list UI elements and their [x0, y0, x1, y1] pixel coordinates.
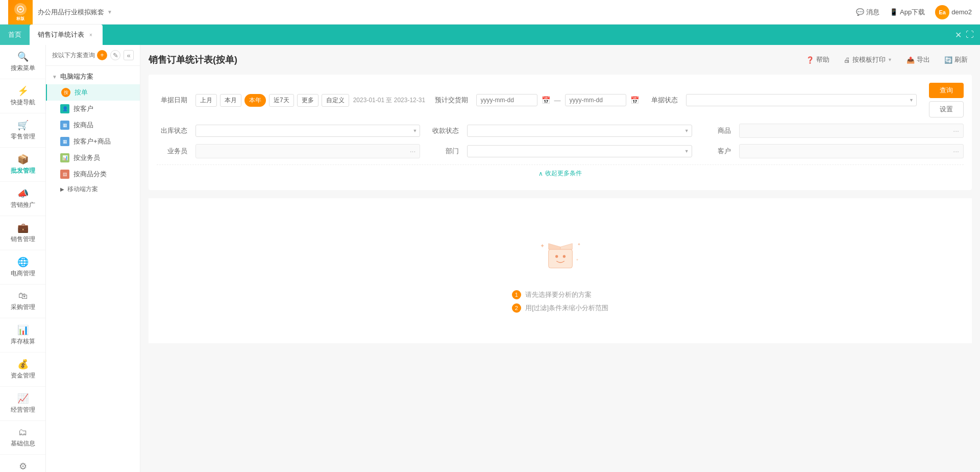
app-selector[interactable]: 办公用品行业模拟账套 ▼ [38, 8, 112, 17]
calendar-start-icon[interactable]: 📅 [542, 96, 550, 104]
tree-parent-pc[interactable]: ▼ 电脑端方案 [46, 69, 140, 84]
by-product-category-label: 按商品分类 [74, 170, 107, 179]
chevron-down-icon: ▼ [107, 9, 112, 15]
download-btn[interactable]: 📱 App下载 [890, 8, 925, 17]
help-icon: ❓ [806, 56, 814, 64]
svg-text:✦: ✦ [540, 243, 545, 249]
template-print-btn[interactable]: 🖨 按模板打印 ▼ [840, 53, 896, 66]
sidebar-item-search-menu[interactable]: 🔍 搜索菜单 [0, 45, 45, 79]
department-select[interactable] [467, 145, 692, 157]
collection-status-label: 收款状态 [428, 126, 459, 135]
by-product-category-icon: ▤ [60, 170, 69, 179]
logo-icon [14, 3, 27, 15]
customer-control: ··· [739, 144, 964, 158]
expected-date-end[interactable] [565, 94, 626, 106]
sidebar-label-retail: 零售管理 [2, 132, 43, 141]
sidebar-item-wholesale[interactable]: 📦 批发管理 [0, 148, 45, 182]
content-area: 按以下方案查询 + ✎ « ▼ 电脑端方案 按 按单 [46, 45, 980, 472]
salesperson-more-btn[interactable]: ··· [410, 147, 416, 155]
home-label: 首页 [8, 30, 21, 39]
customer-more-btn[interactable]: ··· [953, 147, 959, 155]
minimize-icon[interactable]: ✕ [955, 30, 962, 40]
user-menu[interactable]: Ea demo2 [935, 5, 972, 19]
sidebar-item-ecommerce[interactable]: 🌐 电商管理 [0, 250, 45, 285]
sidebar-item-retail[interactable]: 🛒 零售管理 [0, 113, 45, 148]
salesperson-field[interactable]: ··· [195, 144, 420, 158]
sidebar-item-operations[interactable]: 📈 经营管理 [0, 387, 45, 421]
tab-close-btn[interactable]: × [87, 31, 94, 38]
date-btn-last-month[interactable]: 上月 [195, 94, 217, 107]
retail-icon: 🛒 [2, 120, 43, 131]
query-button[interactable]: 查询 [929, 83, 964, 98]
add-scheme-btn[interactable]: + [97, 50, 107, 60]
reset-button[interactable]: 设置 [929, 101, 964, 117]
basic-icon: 🗂 [2, 427, 43, 438]
by-order-label: 按单 [75, 88, 88, 97]
tree-parent-mobile[interactable]: ▶ 移动端方案 [46, 182, 140, 196]
sidebar-item-purchase[interactable]: 🛍 采购管理 [0, 285, 45, 318]
help-btn[interactable]: ❓ 帮助 [802, 53, 834, 66]
tab-home[interactable]: 首页 [0, 25, 30, 45]
tree-item-by-order[interactable]: 按 按单 [46, 84, 140, 101]
product-field[interactable]: ··· [739, 124, 964, 138]
tree-arrow-mobile: ▶ [60, 186, 64, 192]
expected-date-start[interactable] [476, 94, 537, 106]
tab-sales-order-stat[interactable]: 销售订单统计表 × [30, 25, 103, 45]
date-btn-more[interactable]: 更多 [297, 94, 318, 107]
sidebar-label-finance: 资金管理 [2, 371, 43, 380]
sidebar-item-system[interactable]: ⚙ 系统管理 [0, 455, 45, 472]
export-btn[interactable]: 📤 导出 [902, 53, 934, 66]
department-control [467, 145, 692, 157]
filter-section: 单据日期 上月 本月 本年 近7天 更多 自定义 2023-01-01 至 20… [149, 75, 972, 190]
collection-status-select[interactable] [467, 125, 692, 137]
tree-item-by-salesperson[interactable]: 📊 按业务员 [46, 150, 140, 166]
refresh-label: 刷新 [954, 55, 968, 64]
date-btn-this-year[interactable]: 本年 [244, 94, 266, 107]
calendar-end-icon[interactable]: 📅 [630, 96, 639, 104]
maximize-icon[interactable]: ⛶ [966, 30, 974, 39]
message-icon: 💬 [856, 8, 864, 16]
tree-parent-pc-label: 电脑端方案 [60, 72, 93, 81]
tree-section: ▼ 电脑端方案 按 按单 👤 按客户 ▦ [46, 66, 140, 199]
sales-icon: 💼 [2, 222, 43, 233]
by-customer-icon: 👤 [60, 104, 69, 113]
empty-state: ✦ ✦ ✦ 1 请先选择要分析的方案 2 用[过滤]条件来缩小分析范围 [149, 198, 972, 343]
empty-hints: 1 请先选择要分析的方案 2 用[过滤]条件来缩小分析范围 [512, 290, 608, 313]
date-btn-7days[interactable]: 近7天 [269, 94, 294, 107]
template-print-label: 按模板打印 [852, 55, 886, 64]
by-customer-product-label: 按客户+商品 [74, 137, 111, 146]
refresh-icon: 🔄 [944, 56, 952, 64]
tree-item-by-customer[interactable]: 👤 按客户 [46, 101, 140, 117]
bill-status-control [686, 94, 917, 106]
bill-status-select[interactable] [686, 94, 917, 106]
hint-text-1: 请先选择要分析的方案 [525, 290, 592, 299]
sidebar-item-finance[interactable]: 💰 资金管理 [0, 352, 45, 387]
sidebar-item-marketing[interactable]: 📣 营销推广 [0, 182, 45, 216]
date-btn-this-month[interactable]: 本月 [220, 94, 241, 107]
message-btn[interactable]: 💬 消息 [856, 8, 879, 17]
refresh-btn[interactable]: 🔄 刷新 [940, 53, 972, 66]
sidebar-label-marketing: 营销推广 [2, 201, 43, 209]
tree-item-by-product-category[interactable]: ▤ 按商品分类 [46, 166, 140, 182]
tree-item-by-customer-product[interactable]: ▦ 按客户+商品 [46, 133, 140, 150]
date-btn-custom[interactable]: 自定义 [322, 94, 349, 107]
collapse-row[interactable]: ∧ 收起更多条件 [157, 164, 964, 182]
empty-illustration: ✦ ✦ ✦ [530, 229, 591, 280]
out-status-select[interactable] [195, 125, 420, 137]
export-label: 导出 [917, 55, 930, 64]
svg-text:✦: ✦ [577, 242, 581, 247]
bill-date-label: 单据日期 [157, 96, 187, 105]
collapse-panel-btn[interactable]: « [124, 50, 134, 60]
sidebar-item-sales[interactable]: 💼 销售管理 [0, 216, 45, 250]
sidebar-item-quick-nav[interactable]: ⚡ 快捷导航 [0, 79, 45, 113]
edit-scheme-btn[interactable]: ✎ [110, 50, 120, 60]
filter-row-3: 业务员 ··· 部门 客户 [157, 144, 964, 158]
empty-hint-2: 2 用[过滤]条件来缩小分析范围 [512, 303, 608, 313]
customer-field[interactable]: ··· [739, 144, 964, 158]
svg-point-2 [555, 255, 558, 257]
tree-item-by-product[interactable]: ▦ 按商品 [46, 117, 140, 133]
product-more-btn[interactable]: ··· [953, 127, 959, 135]
sidebar-item-basic[interactable]: 🗂 基础信息 [0, 421, 45, 455]
sidebar-item-inventory[interactable]: 📊 库存核算 [0, 318, 45, 352]
collection-status-control [467, 125, 692, 137]
